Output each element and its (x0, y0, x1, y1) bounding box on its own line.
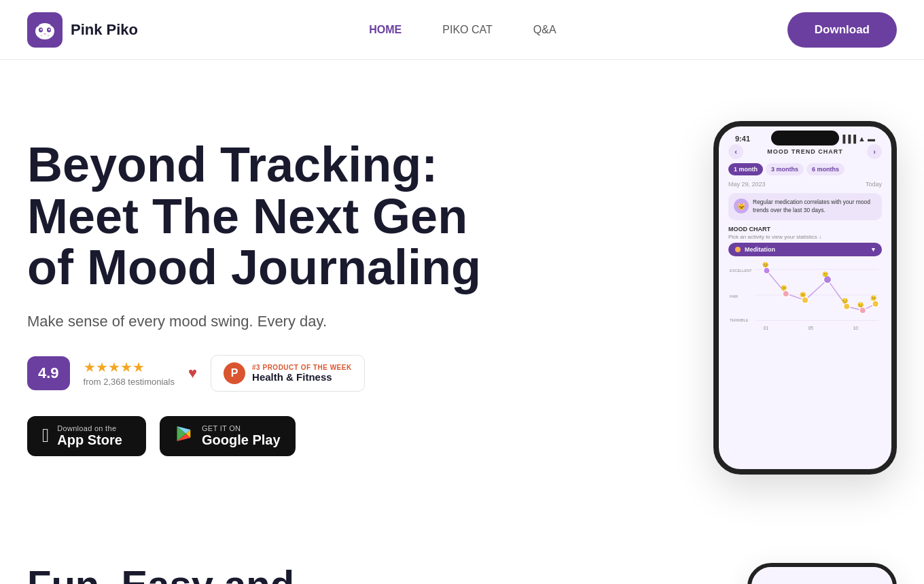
section2-title: Fun, Easy and Interactive Tracking (27, 563, 397, 584)
svg-text:10: 10 (853, 325, 859, 330)
app-store-button[interactable]:  Download on the App Store (27, 416, 146, 456)
svg-point-4 (40, 29, 41, 30)
period-tab-1month[interactable]: 1 month (728, 163, 763, 175)
date-from: May 29, 2023 (728, 181, 766, 188)
nav-links: HOME PIKO CAT Q&A (369, 24, 556, 36)
mood-chart-svg: EXCELLENT FAIR TERRIBLE 01 05 10 (728, 260, 882, 331)
hero-cta-buttons:  Download on the App Store GET IT ON (27, 416, 489, 456)
chart-sublabel: Pick an activity to view your statistics… (728, 234, 882, 240)
app-store-large: App Store (57, 432, 122, 448)
rating-score: 4.9 (27, 356, 70, 390)
date-to: Today (866, 181, 882, 188)
insight-card: 🐱 Regular medication correlates with you… (728, 193, 882, 220)
logo-text: Pink Piko (71, 21, 138, 39)
hero-phone-mockup: 9:41 ▐▐▐ ▲ ▬ ‹ MOOD TREND CHART › 1 mont… (713, 121, 897, 475)
svg-text:FAIR: FAIR (730, 294, 739, 298)
badge-category: Health & Fitness (252, 371, 352, 383)
section2-phone-mockup (747, 563, 897, 584)
section2-title-group: Fun, Easy and Interactive Tracking (27, 563, 397, 584)
hero-rating-row: 4.9 ★★★★★ from 2,368 testimonials ♥ P #3… (27, 355, 489, 392)
nav-link-pikocat[interactable]: PIKO CAT (442, 24, 493, 36)
svg-point-26 (872, 300, 878, 307)
app-store-text: Download on the App Store (57, 424, 122, 448)
nav-link-qa[interactable]: Q&A (533, 24, 556, 36)
svg-text:01: 01 (764, 325, 769, 330)
period-tabs: 1 month 3 months 6 months (728, 163, 882, 175)
next-arrow[interactable]: › (867, 144, 882, 159)
section2: Fun, Easy and Interactive Tracking (0, 522, 924, 584)
svg-text:😐: 😐 (870, 295, 877, 301)
svg-text:05: 05 (808, 325, 814, 330)
chart-title: MOOD TREND CHART (767, 148, 843, 155)
phone-signal-icons: ▐▐▐ ▲ ▬ (840, 135, 875, 143)
svg-point-10 (48, 35, 50, 36)
svg-point-25 (859, 307, 866, 313)
svg-text:😐: 😐 (800, 292, 806, 298)
svg-text:TERRIBLE: TERRIBLE (730, 318, 749, 322)
apple-icon:  (42, 425, 49, 447)
svg-text:😊: 😊 (762, 262, 769, 268)
activity-dropdown[interactable]: Meditation ▾ (728, 243, 882, 256)
period-tab-3months[interactable]: 3 months (766, 163, 804, 175)
logo-link[interactable]: Pink Piko (27, 12, 138, 48)
producthunt-logo: P (224, 362, 245, 384)
phone-chart-section: MOOD CHART Pick an activity to view your… (728, 226, 882, 334)
nav-download-button[interactable]: Download (787, 12, 897, 48)
heart-icon: ♥ (188, 364, 197, 382)
google-play-button[interactable]: GET IT ON Google Play (160, 416, 296, 456)
product-hunt-badge: P #3 PRODUCT OF THE WEEK Health & Fitnes… (211, 355, 365, 392)
phone-notch (771, 131, 839, 145)
svg-text:😔: 😔 (842, 298, 849, 304)
dropdown-chevron-icon: ▾ (872, 246, 875, 253)
google-play-large: Google Play (202, 432, 281, 448)
badge-rank: #3 PRODUCT OF THE WEEK (252, 364, 352, 371)
app-store-small: Download on the (57, 424, 122, 432)
activity-label: Meditation (745, 246, 775, 253)
logo-icon (27, 12, 63, 48)
insight-avatar: 🐱 (734, 199, 749, 213)
badge-text: #3 PRODUCT OF THE WEEK Health & Fitness (252, 364, 352, 383)
phone-nav-arrows: ‹ MOOD TREND CHART › (728, 144, 882, 159)
svg-text:🙂: 🙂 (822, 271, 829, 277)
navbar: Pink Piko HOME PIKO CAT Q&A Download (0, 0, 924, 60)
hero-section: Beyond Tracking: Meet The Next Gen of Mo… (0, 60, 924, 522)
period-tab-6months[interactable]: 6 months (806, 163, 845, 175)
phone-date-range: May 29, 2023 Today (728, 181, 882, 188)
hero-content: Beyond Tracking: Meet The Next Gen of Mo… (27, 139, 489, 456)
svg-text:😔: 😔 (857, 302, 864, 308)
svg-text:😐: 😐 (781, 285, 787, 291)
mood-dot-icon (735, 247, 741, 252)
svg-point-24 (843, 303, 849, 309)
svg-text:EXCELLENT: EXCELLENT (730, 269, 752, 273)
phone-frame: 9:41 ▐▐▐ ▲ ▬ ‹ MOOD TREND CHART › 1 mont… (713, 121, 897, 475)
chart-label: MOOD CHART (728, 226, 882, 233)
phone-screen-content: 9:41 ▐▐▐ ▲ ▬ ‹ MOOD TREND CHART › 1 mont… (719, 126, 891, 337)
google-play-icon (175, 424, 194, 447)
google-play-small: GET IT ON (202, 424, 281, 432)
svg-point-6 (43, 33, 46, 35)
svg-point-9 (41, 35, 43, 36)
prev-arrow[interactable]: ‹ (728, 144, 743, 159)
svg-point-22 (802, 296, 808, 303)
google-play-text: GET IT ON Google Play (202, 424, 281, 448)
rating-count: from 2,368 testimonials (84, 377, 175, 387)
nav-link-home[interactable]: HOME (369, 24, 402, 36)
hero-subtitle: Make sense of every mood swing. Every da… (27, 313, 489, 330)
svg-point-21 (783, 290, 789, 296)
insight-text: Regular medication correlates with your … (753, 199, 876, 215)
svg-point-20 (764, 267, 770, 273)
rating-stars-group: ★★★★★ from 2,368 testimonials (84, 359, 175, 387)
stars: ★★★★★ (84, 359, 175, 375)
svg-point-5 (48, 29, 50, 30)
phone-time: 9:41 (735, 135, 750, 143)
hero-title: Beyond Tracking: Meet The Next Gen of Mo… (27, 139, 489, 294)
